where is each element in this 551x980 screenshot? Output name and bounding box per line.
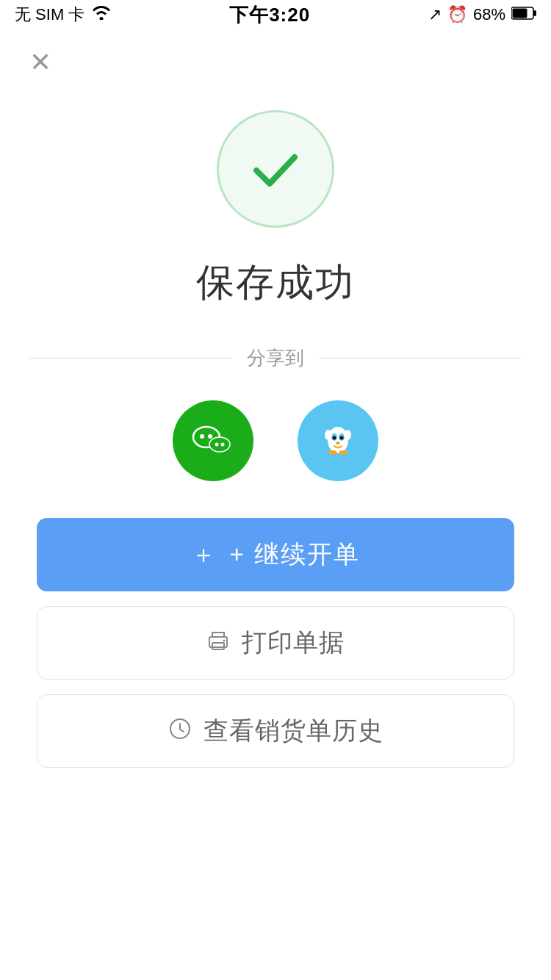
share-divider-row: 分享到 (29, 345, 522, 371)
svg-point-6 (209, 437, 230, 452)
history-button[interactable]: 查看销货单历史 (37, 694, 514, 768)
status-bar: 无 SIM 卡 下午3:20 ↗ ⏰ 68% (0, 0, 551, 29)
svg-point-21 (223, 639, 226, 641)
qq-share-button[interactable] (298, 400, 378, 481)
status-time: 下午3:20 (229, 2, 310, 28)
svg-rect-20 (212, 643, 224, 649)
svg-point-12 (333, 436, 336, 440)
share-section: 分享到 (29, 345, 522, 481)
share-label: 分享到 (247, 345, 304, 371)
plus-icon: ＋ (191, 538, 217, 572)
svg-point-18 (339, 450, 347, 455)
svg-point-9 (328, 427, 348, 453)
svg-point-7 (215, 443, 219, 447)
print-icon (206, 630, 230, 657)
svg-rect-2 (513, 9, 527, 18)
wechat-icon (190, 418, 236, 464)
close-button[interactable]: ✕ (22, 44, 59, 81)
location-icon: ↗ (428, 5, 442, 24)
status-left: 无 SIM 卡 (15, 4, 111, 26)
continue-button-label: + 继续开单 (229, 538, 359, 572)
history-button-label: 查看销货单历史 (204, 714, 383, 748)
svg-point-15 (325, 430, 332, 440)
battery-icon (511, 5, 536, 24)
share-icons-row (173, 400, 378, 481)
sim-status: 无 SIM 卡 (15, 4, 84, 26)
divider-left (29, 358, 232, 359)
main-content: 保存成功 分享到 (0, 96, 551, 768)
history-icon (168, 717, 192, 746)
svg-point-13 (340, 436, 344, 440)
qq-icon (315, 418, 361, 464)
checkmark-icon (246, 140, 305, 198)
svg-point-4 (200, 434, 204, 439)
close-icon: ✕ (29, 49, 51, 76)
svg-point-17 (328, 450, 337, 455)
divider-right (319, 358, 522, 359)
continue-button[interactable]: ＋ + 继续开单 (37, 518, 514, 591)
print-button[interactable]: 打印单据 (37, 606, 514, 680)
battery-percent: 68% (473, 5, 505, 24)
svg-rect-1 (533, 10, 536, 16)
wifi-icon (92, 5, 111, 24)
print-button-label: 打印单据 (242, 626, 345, 660)
alarm-icon: ⏰ (447, 5, 467, 24)
svg-point-5 (208, 434, 212, 439)
success-title: 保存成功 (196, 257, 355, 309)
success-circle (217, 110, 334, 228)
svg-point-8 (221, 443, 225, 447)
svg-point-14 (336, 442, 340, 444)
action-buttons: ＋ + 继续开单 打印单据 查看销货单历 (29, 518, 522, 768)
svg-point-16 (344, 430, 351, 440)
wechat-share-button[interactable] (173, 400, 253, 481)
status-right: ↗ ⏰ 68% (428, 5, 536, 24)
